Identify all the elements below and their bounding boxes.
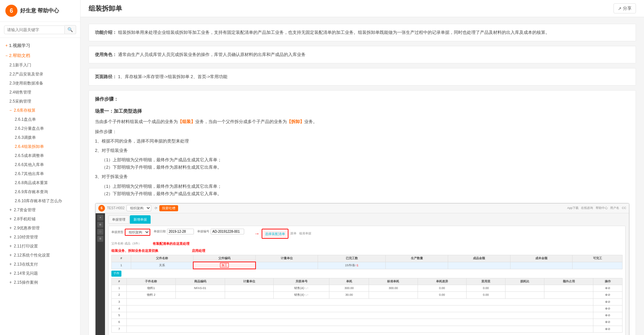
assembly-term: 【组装】: [178, 119, 195, 124]
sidebar-sub-label: 2.6库存核算: [14, 108, 36, 113]
mock-type-field: 单据类型 组织架构: [111, 229, 150, 236]
mock-top-icons: App下载 在线咨询 帮助中心 用户名 CC: [567, 206, 626, 211]
mock-td-camt: [510, 262, 573, 269]
mock-body: ≡ ⊞ □ ☰ 单据管理 新增单据: [96, 213, 629, 335]
sidebar-item-install[interactable]: 2.2产品安装及登录: [0, 70, 80, 79]
step3-sub2: （2）下部明细为子件明细，最终作为产成品生成其它入库单。: [102, 190, 630, 198]
sidebar-header: 6 好生意 帮助中心: [0, 0, 80, 22]
steps-main-label: 操作步骤：: [95, 95, 630, 103]
share-label: 分享: [623, 5, 632, 11]
sidebar-item-ledger-fix[interactable]: 2.6.10库存账本错了怎么办: [0, 197, 80, 206]
mock-sub-thead: # 子件名称 商品编码 计量单位 关联单号 单耗 标准单耗 单耗差异: [112, 278, 623, 285]
sidebar-item-label: 1.视频学习: [9, 43, 30, 49]
sidebar-item-data-prep[interactable]: 2.3使用前数据准备: [0, 79, 80, 88]
role-text: 通常由生产人员或库管人员完成拆装业务的操作，库管人员确认原材料的出库和产成品的入…: [118, 52, 306, 57]
mock-sub-td-2-loss: [505, 292, 544, 298]
sidebar-sub-label: 2.12系统个性化设置: [14, 253, 50, 258]
mock-sub-th-unit: 计量单位: [225, 278, 273, 285]
mock-tab-new[interactable]: 新增单据: [130, 215, 151, 224]
sidebar-item-cost-recalc[interactable]: 2.6.8商品成本重算: [0, 178, 80, 187]
sidebar-item-ops[interactable]: + 2.10经营管理: [0, 233, 80, 242]
expand-sub-icon: +: [9, 253, 12, 258]
mock-sub-td-1-dosage: 300.00: [329, 285, 369, 292]
sidebar-sub-label: 2.6.4组装拆卸单: [15, 144, 44, 149]
mock-type-select[interactable]: 组织架构: [125, 229, 150, 236]
mock-sub-td-7-op: ⊕⊘: [593, 326, 622, 332]
mock-parent-thead: # 父件名称 父件编码 计量单位 已完工数 生产数量 成品金额 成本金额: [112, 255, 623, 262]
sidebar-item-purchase[interactable]: 2.5采购管理: [0, 97, 80, 106]
mock-nav-icon-2: ⊞: [97, 222, 103, 228]
mock-sub-header-row: # 子件名称 商品编码 计量单位 关联单号 单耗 标准单耗 单耗差异: [112, 278, 623, 285]
sidebar-item-ledger[interactable]: 2.6.9库存账本查询: [0, 187, 80, 197]
sidebar-item-cases[interactable]: + 2.15操作案例: [0, 278, 80, 287]
mock-assembly-btn[interactable]: 选择装配清单: [262, 229, 288, 239]
mock-annotation2-row: 组装业务、拆卸业务在这里切换 启用处理: [111, 248, 623, 254]
mock-td-done: 15件/条↑1: [318, 262, 385, 269]
mock-id-input[interactable]: [211, 229, 244, 234]
mock-sub-row3: 3 ⊕⊘: [112, 298, 623, 305]
brand-name: 好生意 帮助中心: [20, 7, 59, 14]
mock-parent-tbody: 1 关系 加工 15件/条↑1: [112, 262, 623, 269]
sidebar-item-faq[interactable]: + 2.14常见问题: [0, 269, 80, 278]
sidebar-item-mobile[interactable]: + 2.8手机旺铺: [0, 215, 80, 224]
sidebar-item-assembly[interactable]: 2.6.4组装拆卸单: [0, 142, 80, 151]
expand-sub-icon: +: [9, 244, 12, 248]
mock-th-done: 已完工数: [318, 255, 385, 262]
search-button[interactable]: 🔍: [65, 25, 76, 34]
mock-sub-td-2-extra: [544, 292, 593, 298]
search-input[interactable]: [4, 25, 65, 34]
mock-cell-red-label: 加工: [220, 263, 229, 268]
mock-sub-section: 子件: [111, 271, 623, 276]
mock-td-unit: [256, 262, 318, 269]
mock-sub-th-num: #: [112, 278, 127, 285]
mock-sub-row1: 1 物料1 NFAS-01 销售(4)↑↓↑ 300.00 300.00 0.0…: [112, 285, 623, 292]
mock-sub-td-6-op: ⊕⊘: [593, 319, 622, 326]
step2: 2、对于组装业务: [95, 147, 630, 154]
mock-sub-th-dosage: 单耗: [329, 278, 369, 285]
mock-date-field: 单据日期: [154, 229, 194, 234]
mock-sub-td-7-num: 7: [112, 326, 127, 332]
mock-sub-th-diff: 单耗差异: [418, 278, 466, 285]
mock-sub-td-2-order: 销售(4)↑↓↑: [273, 292, 329, 298]
sidebar-item-inventory[interactable]: − 2.6库存核算: [0, 106, 80, 115]
sidebar-item-print[interactable]: + 2.11打印设置: [0, 242, 80, 251]
sidebar-item-other-out[interactable]: 2.6.7其他出库单: [0, 169, 80, 178]
sidebar-item-partial-check[interactable]: 2.6.2分量盘点单: [0, 124, 80, 133]
sidebar-item-help-docs[interactable]: − 2.帮助文档: [0, 51, 80, 61]
search-area: 🔍: [0, 22, 80, 38]
mock-sub-td-1-extra: [544, 285, 593, 292]
sidebar-item-beginner[interactable]: 2.1新手入门: [0, 61, 80, 70]
sidebar-item-video-learning[interactable]: + 1.视频学习: [0, 41, 80, 51]
main-area: 组装拆卸单 ↗ 分享 功能介绍： 组装拆卸单用来处理企业组装或拆卸等加工业务，支…: [80, 0, 644, 335]
mock-tab-manage[interactable]: 单据管理: [108, 215, 129, 224]
sidebar-item-coupon[interactable]: + 2.9优惠券管理: [0, 224, 80, 233]
mock-th-unit: 计量单位: [256, 255, 318, 262]
mock-nav-icon-4: ☰: [97, 236, 103, 242]
mock-id-label: 单据编号: [197, 229, 209, 234]
mock-th-product-amt: 成品金额: [448, 255, 510, 262]
mock-sub-td-2-name: 物料 2: [127, 292, 175, 298]
mock-sub-th-op: 操作: [593, 278, 622, 285]
mock-sub-td-1-diff: 0.00: [418, 285, 466, 292]
mock-org-select[interactable]: 组织架构: [126, 205, 151, 211]
mock-tabs: 单据管理 新增单据: [108, 215, 626, 224]
mock-date-input[interactable]: [167, 229, 194, 234]
sidebar-item-other-in[interactable]: 2.6.6其他入库单: [0, 160, 80, 169]
share-button[interactable]: ↗ 分享: [613, 3, 636, 13]
sidebar-sub-label: 2.3使用前数据准备: [9, 81, 43, 86]
sidebar-item-settings[interactable]: + 2.12系统个性化设置: [0, 251, 80, 260]
sidebar-sub-label: 2.15操作案例: [14, 280, 38, 285]
sidebar-item-transfer[interactable]: 2.6.3调拨单: [0, 133, 80, 142]
sidebar-item-cost-adjust[interactable]: 2.6.5成本调整单: [0, 151, 80, 160]
mock-sub-td-1-std: 300.00: [369, 285, 418, 292]
scenario1-title: 场景一：加工类型选择: [95, 107, 630, 115]
sidebar-item-payment[interactable]: + 2.13在线支付: [0, 260, 80, 269]
mock-feedback-btn[interactable]: 我要吐槽: [159, 205, 178, 211]
func-intro-label: 功能介绍：: [95, 30, 117, 35]
mock-sub-td-1-num: 1: [112, 285, 127, 292]
mock-annotation3: 启用处理: [192, 248, 205, 254]
step3: 3、对于拆装业务: [95, 173, 630, 180]
sidebar-item-sales[interactable]: 2.4销售管理: [0, 88, 80, 97]
sidebar-item-finance[interactable]: + 2.7资金管理: [0, 206, 80, 215]
sidebar-item-inventory-check[interactable]: 2.6.1盘点单: [0, 115, 80, 124]
